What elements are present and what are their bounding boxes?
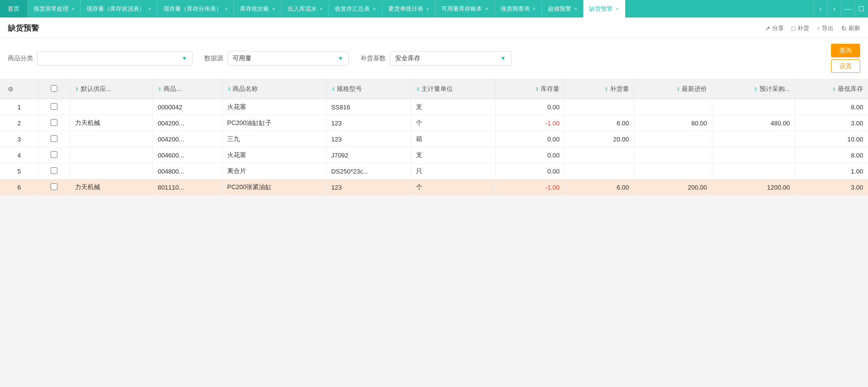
th-replenish-label: 补货量 bbox=[610, 85, 629, 92]
tab-minimize[interactable]: — bbox=[841, 0, 854, 18]
replenish-button[interactable]: □ 补货 bbox=[792, 24, 809, 33]
th-replenish[interactable]: ⇕ 补货量 bbox=[565, 79, 634, 99]
row-checkbox[interactable] bbox=[51, 119, 57, 126]
row-latest-price bbox=[634, 147, 712, 163]
replenish-base-label: 补货基数 bbox=[361, 54, 386, 63]
row-checkbox[interactable] bbox=[51, 183, 57, 190]
row-name: 火花塞 bbox=[222, 147, 326, 163]
row-estimated: 480.00 bbox=[712, 115, 795, 131]
export-label: 导出 bbox=[822, 24, 833, 33]
tab-order-stat-label: 要货单统计表 bbox=[388, 5, 423, 13]
th-min-stock[interactable]: ⇕ 最低库存 bbox=[795, 79, 868, 99]
th-min-stock-label: 最低库存 bbox=[838, 85, 863, 92]
row-estimated bbox=[712, 99, 795, 115]
tab-order-stat-close[interactable]: × bbox=[426, 6, 429, 12]
row-latest-price: 200.00 bbox=[634, 179, 712, 195]
name-sort-icon: ⇕ bbox=[227, 87, 231, 92]
tab-order-stat[interactable]: 要货单统计表 × bbox=[382, 0, 435, 18]
tab-shortage-close[interactable]: × bbox=[615, 6, 618, 12]
row-min-stock: 8.00 bbox=[795, 99, 868, 115]
row-checkbox[interactable] bbox=[51, 103, 57, 110]
th-stock-label: 库存量 bbox=[541, 85, 560, 92]
row-latest-price bbox=[634, 131, 712, 147]
row-replenish: 6.00 bbox=[565, 115, 634, 131]
row-name: 离合片 bbox=[222, 163, 326, 179]
tab-batch-close[interactable]: × bbox=[272, 6, 275, 12]
tab-expire[interactable]: 保质期查询 × bbox=[495, 0, 542, 18]
row-checkbox[interactable] bbox=[51, 151, 57, 158]
replenish-base-select[interactable]: 安全库存 ▼ bbox=[390, 51, 511, 66]
row-checkbox[interactable] bbox=[51, 135, 57, 142]
tab-flow-close[interactable]: × bbox=[320, 6, 323, 12]
estimated-sort-icon: ⇕ bbox=[754, 87, 758, 92]
th-latest-price[interactable]: ⇕ 最新进价 bbox=[634, 79, 712, 99]
tab-collect-close[interactable]: × bbox=[373, 6, 376, 12]
column-settings-icon[interactable]: ⚙ bbox=[5, 83, 17, 95]
refresh-label: 刷新 bbox=[849, 24, 860, 33]
tab-exception[interactable]: 拣货异常处理 × bbox=[28, 0, 81, 18]
row-supplier bbox=[70, 163, 152, 179]
page-header: 缺货预警 ↗ 分享 □ 补货 ↑ 导出 ↻ 刷新 bbox=[0, 18, 868, 38]
row-stock: 0.00 bbox=[495, 99, 565, 115]
th-spec[interactable]: ⇕ 规格型号 bbox=[326, 79, 411, 99]
th-unit[interactable]: ⇕ 主计量单位 bbox=[411, 79, 495, 99]
row-unit: 个 bbox=[411, 179, 495, 195]
row-stock: -1.00 bbox=[495, 115, 565, 131]
datasource-select[interactable]: 可用量 ▼ bbox=[227, 51, 349, 66]
category-select[interactable]: ▼ bbox=[37, 51, 193, 66]
tab-batch-label: 库存批次账 bbox=[240, 5, 269, 13]
th-name[interactable]: ⇕ 商品名称 bbox=[222, 79, 326, 99]
tab-available-close[interactable]: × bbox=[485, 6, 488, 12]
tab-shortage[interactable]: 缺货预警 × bbox=[583, 0, 625, 18]
tab-overstock-close[interactable]: × bbox=[574, 6, 577, 12]
tab-flow[interactable]: 出入库流水 × bbox=[282, 0, 329, 18]
row-checkbox-cell bbox=[38, 147, 70, 163]
share-button[interactable]: ↗ 分享 bbox=[765, 24, 784, 33]
export-button[interactable]: ↑ 导出 bbox=[817, 24, 834, 33]
row-replenish bbox=[565, 163, 634, 179]
tab-stock-dist-close[interactable]: × bbox=[225, 6, 228, 12]
th-supplier[interactable]: ⇕ 默认供应... bbox=[70, 79, 152, 99]
replenish-sort-icon: ⇕ bbox=[604, 87, 608, 92]
tab-maximize[interactable]: ☐ bbox=[854, 0, 868, 18]
row-stock: 0.00 bbox=[495, 163, 565, 179]
settings-button[interactable]: 设置 bbox=[831, 59, 860, 73]
tab-batch[interactable]: 库存批次账 × bbox=[234, 0, 281, 18]
select-all-checkbox[interactable] bbox=[51, 85, 57, 92]
tab-scroll-left[interactable]: ‹ bbox=[814, 0, 827, 18]
tab-shortage-label: 缺货预警 bbox=[589, 5, 613, 13]
tab-flow-label: 出入库流水 bbox=[288, 5, 317, 13]
tab-overstock[interactable]: 超储预警 × bbox=[542, 0, 583, 18]
tab-collect-label: 收发存汇总表 bbox=[335, 5, 370, 13]
supplier-sort-icon: ⇕ bbox=[75, 87, 79, 92]
row-name: PC200油缸缸子 bbox=[222, 115, 326, 131]
tab-exception-close[interactable]: × bbox=[72, 6, 74, 12]
row-code: 801110... bbox=[153, 179, 222, 195]
page-title: 缺货预警 bbox=[8, 23, 765, 34]
tab-stock-status[interactable]: 现存量（库存状况表） × bbox=[81, 0, 157, 18]
row-estimated bbox=[712, 163, 795, 179]
main-content: 缺货预警 ↗ 分享 □ 补货 ↑ 导出 ↻ 刷新 商品分类 bbox=[0, 18, 868, 195]
tab-stock-dist[interactable]: 现存量（库存分布表） × bbox=[158, 0, 234, 18]
tab-expire-close[interactable]: × bbox=[533, 6, 536, 12]
th-stock[interactable]: ⇕ 库存量 bbox=[495, 79, 565, 99]
tab-home[interactable]: 首页 bbox=[0, 0, 28, 18]
row-code: 004600... bbox=[153, 147, 222, 163]
row-replenish bbox=[565, 147, 634, 163]
row-unit: 支 bbox=[411, 99, 495, 115]
row-checkbox[interactable] bbox=[51, 167, 57, 174]
category-filter-group: 商品分类 ▼ bbox=[8, 51, 193, 66]
tab-available[interactable]: 可用量库存账本 × bbox=[435, 0, 494, 18]
refresh-button[interactable]: ↻ 刷新 bbox=[841, 24, 860, 33]
th-estimated[interactable]: ⇕ 预计采购... bbox=[712, 79, 795, 99]
tab-nav-buttons: ‹ › — ☐ bbox=[814, 0, 868, 18]
tab-collect[interactable]: 收发存汇总表 × bbox=[329, 0, 382, 18]
query-button[interactable]: 查询 bbox=[831, 44, 860, 57]
row-latest-price bbox=[634, 163, 712, 179]
tab-stock-status-close[interactable]: × bbox=[148, 6, 151, 12]
share-icon: ↗ bbox=[765, 25, 770, 32]
tab-scroll-right[interactable]: › bbox=[827, 0, 841, 18]
row-supplier: 力天机械 bbox=[70, 115, 152, 131]
th-estimated-label: 预计采购... bbox=[760, 85, 790, 92]
th-code[interactable]: ⇕ 商品... bbox=[153, 79, 222, 99]
